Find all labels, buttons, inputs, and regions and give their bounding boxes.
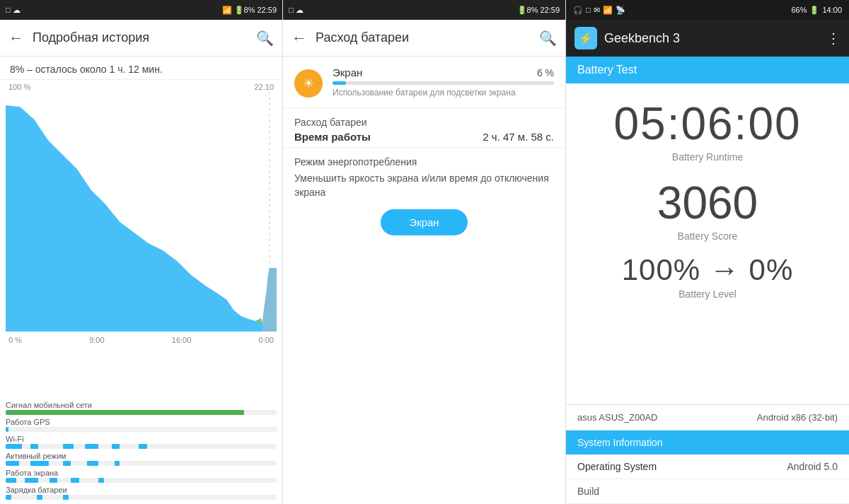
back-button-2[interactable]: ←: [291, 29, 307, 47]
screen-icon-2: □: [289, 6, 294, 14]
power-mode-section: Режим энергопотребления Уменьшить яркост…: [283, 148, 565, 244]
signal-label-gps: Работа GPS: [6, 418, 277, 426]
gb-battery-test-bar: Battery Test: [566, 57, 849, 83]
signal-label-active: Активный режим: [6, 452, 277, 460]
signal-row-active: Активный режим: [6, 452, 277, 466]
cloud-icon-2: ☁: [296, 6, 304, 15]
gb-app-title: Geekbench 3: [604, 31, 680, 46]
signal-row-charging: Зарядка батареи: [6, 486, 277, 500]
screen-pct-label: 6 %: [537, 67, 554, 78]
gb-sysinfo-key-os: Operating System: [577, 461, 657, 472]
gb-status-icons-left: 🎧 □ ✉ 📶 📡: [573, 6, 625, 15]
search-icon-1[interactable]: 🔍: [256, 30, 274, 47]
battery-usage-row: Время работы 2 ч. 47 м. 58 с.: [294, 131, 554, 143]
panel-battery-history: □ ☁ 📶 🔋8% 22:59 ← Подробная история 🔍 8%…: [0, 0, 283, 504]
gb-sysinfo-bar: System Information: [566, 430, 849, 455]
gb-main-content: 05:06:00 Battery Runtime 3060 Battery Sc…: [566, 83, 849, 504]
gb-level-value: 100% → 0%: [622, 253, 793, 287]
status-time-gb: 14:00: [822, 6, 842, 14]
chart-time-000: 0:00: [259, 336, 274, 344]
chart-time-900: 9:00: [89, 336, 104, 344]
screen-progress-bar-inner: [333, 81, 346, 85]
gb-logo-icon: ⚡: [579, 32, 593, 45]
chart-time-1600: 16:00: [172, 336, 192, 344]
gb-device-name: asus ASUS_Z00AD: [577, 412, 657, 423]
top-bar-2: ← Расход батареи 🔍: [283, 20, 565, 57]
battery-pct-gb: 66%: [791, 6, 807, 14]
gb-level-section: 100% → 0% Battery Level: [566, 246, 849, 304]
gb-screen-icon: □: [586, 6, 591, 14]
gb-status-bar: 🎧 □ ✉ 📶 📡 66% 🔋 14:00: [566, 0, 849, 20]
signal-rows: Сигнал мобильной сети Работа GPS Wi-Fi: [0, 401, 282, 504]
signal-label-charging: Зарядка батареи: [6, 486, 277, 494]
gb-sysinfo-bar-label: System Information: [577, 437, 663, 448]
signal-row-mobile: Сигнал мобильной сети: [6, 401, 277, 415]
gb-sysinfo-value-os: Android 5.0: [787, 461, 838, 472]
signal-bar-charging: [6, 495, 277, 500]
chart-labels-bottom: 0 % 9:00 16:00 0:00: [6, 334, 277, 346]
brightness-icon: ☀: [303, 76, 314, 91]
status-icons-right-1: 📶 🔋8% 22:59: [222, 6, 277, 15]
gb-runtime-section: 05:06:00 Battery Runtime: [566, 83, 849, 167]
battery-chart-svg: [6, 91, 277, 332]
signal-row-screen: Работа экрана: [6, 469, 277, 483]
page-title-2: Расход батареи: [316, 30, 539, 45]
search-icon-2[interactable]: 🔍: [539, 30, 557, 47]
gb-status-icons-right: 66% 🔋 14:00: [791, 6, 842, 15]
signal-icon-gb: 📶: [603, 6, 613, 15]
status-bar-2: □ ☁ 🔋8% 22:59: [283, 0, 565, 20]
battery-usage-section: Расход батареи Время работы 2 ч. 47 м. 5…: [283, 108, 565, 148]
screen-usage-item: ☀ Экран 6 % Использование батареи для по…: [283, 57, 565, 108]
gb-level-label: Battery Level: [678, 288, 737, 300]
screen-info: Экран 6 % Использование батареи для подс…: [333, 66, 554, 98]
battery-summary-text: 8% – осталось около 1 ч. 12 мин.: [10, 64, 163, 75]
chart-label-0pct: 0 %: [8, 336, 22, 344]
gb-sysinfo-key-build: Build: [577, 486, 599, 497]
chart-labels-top: 100 % 22.10: [6, 83, 277, 91]
signal-bar-active: [6, 461, 277, 466]
signal-icon-1: 📶: [222, 6, 232, 15]
status-icons-right-2: 🔋8% 22:59: [517, 6, 560, 15]
status-icons-left-2: □ ☁: [289, 6, 304, 15]
screen-progress-bar-outer: [333, 81, 554, 85]
top-bar-1: ← Подробная история 🔍: [0, 20, 282, 57]
power-mode-title: Режим энергопотребления: [294, 156, 554, 168]
panel-battery-usage: □ ☁ 🔋8% 22:59 ← Расход батареи 🔍 ☀ Экран…: [283, 0, 566, 504]
screen-name-row: Экран 6 %: [333, 66, 554, 78]
chart-label-100: 100 %: [8, 83, 30, 91]
signal-label-screen: Работа экрана: [6, 469, 277, 477]
signal-label-wifi: Wi-Fi: [6, 435, 277, 443]
screen-description: Использование батареи для подсветки экра…: [333, 88, 554, 98]
gb-device-os: Android x86 (32-bit): [757, 412, 838, 423]
gb-runtime-value: 05:06:00: [613, 98, 801, 150]
mail-icon: ✉: [594, 6, 600, 15]
battery-text-1: 🔋8% 22:59: [234, 6, 277, 15]
gb-sysinfo-row-build: Build: [566, 479, 849, 504]
headphones-icon: 🎧: [573, 6, 583, 15]
screen-name-label: Экран: [333, 66, 362, 78]
screen-icon-1: □: [6, 6, 11, 14]
gb-battery-test-label: Battery Test: [577, 64, 637, 76]
status-bar-1: □ ☁ 📶 🔋8% 22:59: [0, 0, 282, 20]
usage-value: 2 ч. 47 м. 58 с.: [483, 131, 554, 143]
battery-text-2: 🔋8% 22:59: [517, 6, 560, 15]
screen-button[interactable]: Экран: [381, 209, 467, 235]
signal-label-mobile: Сигнал мобильной сети: [6, 401, 277, 409]
gb-menu-button[interactable]: ⋮: [826, 30, 841, 47]
back-button-1[interactable]: ←: [8, 29, 24, 47]
usage-label: Время работы: [294, 131, 371, 143]
signal-row-wifi: Wi-Fi: [6, 435, 277, 449]
gb-logo: ⚡: [574, 27, 597, 49]
status-icons-left-1: □ ☁: [6, 6, 21, 15]
battery-usage-title: Расход батареи: [294, 117, 554, 128]
gb-sysinfo-row-os: Operating System Android 5.0: [566, 455, 849, 479]
gb-header: ⚡ Geekbench 3 ⋮: [566, 20, 849, 57]
gb-score-value: 3060: [657, 177, 758, 229]
page-title-1: Подробная история: [33, 30, 256, 45]
chart-label-time: 22.10: [254, 83, 274, 91]
gb-device-row: asus ASUS_Z00AD Android x86 (32-bit): [566, 404, 849, 430]
cloud-icon-1: ☁: [13, 6, 21, 15]
signal-row-gps: Работа GPS: [6, 418, 277, 432]
battery-chart-area: 100 % 22.10 0 % 9:00 16:00 0:00: [0, 80, 282, 401]
gb-header-left: ⚡ Geekbench 3: [574, 27, 680, 49]
